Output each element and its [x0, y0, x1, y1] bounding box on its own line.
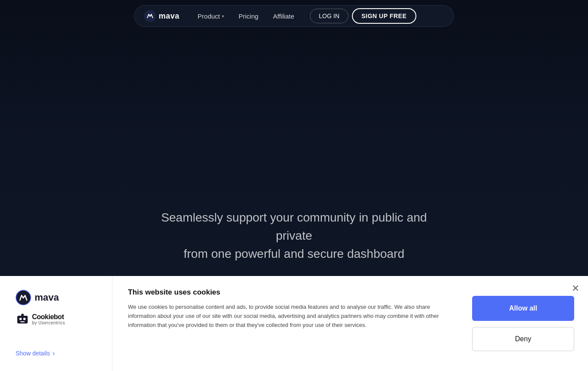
svg-rect-4 — [23, 318, 26, 320]
cookiebot-icon — [16, 312, 29, 326]
cookie-mava-icon — [16, 290, 31, 305]
nav-logo[interactable]: mava — [138, 10, 185, 22]
cookie-mava-logo: mava — [16, 290, 65, 305]
signup-button[interactable]: SIGN UP FREE — [352, 8, 416, 24]
mava-logo-icon — [144, 10, 156, 22]
arrow-right-icon: › — [52, 349, 54, 357]
cookie-title: This website uses cookies — [128, 288, 443, 297]
nav-logo-text: mava — [159, 12, 179, 21]
cookie-actions: Allow all Deny — [458, 276, 588, 371]
cookiebot-name: Cookiebot — [32, 313, 65, 321]
cookie-body-text: We use cookies to personalise content an… — [128, 303, 439, 330]
cookie-logos: mava Cookiebot by Userc — [16, 290, 65, 326]
cookie-close-button[interactable]: ✕ — [572, 284, 579, 293]
cookie-mava-text: mava — [35, 292, 59, 303]
svg-rect-2 — [17, 316, 28, 323]
nav-affiliate[interactable]: Affiliate — [266, 9, 301, 23]
show-details-link[interactable]: Show details › — [16, 349, 55, 357]
cookiebot-sub: by Usercentrics — [32, 320, 65, 325]
svg-rect-5 — [20, 321, 25, 322]
svg-rect-7 — [22, 314, 23, 316]
cookie-text-panel: This website uses cookies We use cookies… — [112, 276, 458, 371]
cookie-banner: ✕ mava — [0, 276, 588, 371]
login-button[interactable]: LOG IN — [310, 9, 348, 23]
nav-pricing[interactable]: Pricing — [232, 9, 265, 23]
chevron-down-icon: ▾ — [222, 14, 224, 19]
cookie-left-panel: mava Cookiebot by Userc — [0, 276, 112, 371]
svg-rect-3 — [19, 318, 22, 320]
nav-links: Product ▾ Pricing Affiliate — [191, 9, 301, 23]
navbar: mava Product ▾ Pricing Affiliate LOG IN … — [134, 5, 454, 27]
allow-all-button[interactable]: Allow all — [472, 296, 574, 321]
nav-product[interactable]: Product ▾ — [191, 9, 231, 23]
hero-subtitle: Seamlessly support your community in pub… — [143, 209, 445, 263]
cookiebot-logo: Cookiebot by Usercentrics — [16, 312, 65, 326]
deny-button[interactable]: Deny — [472, 327, 574, 351]
nav-buttons: LOG IN SIGN UP FREE — [310, 8, 416, 24]
